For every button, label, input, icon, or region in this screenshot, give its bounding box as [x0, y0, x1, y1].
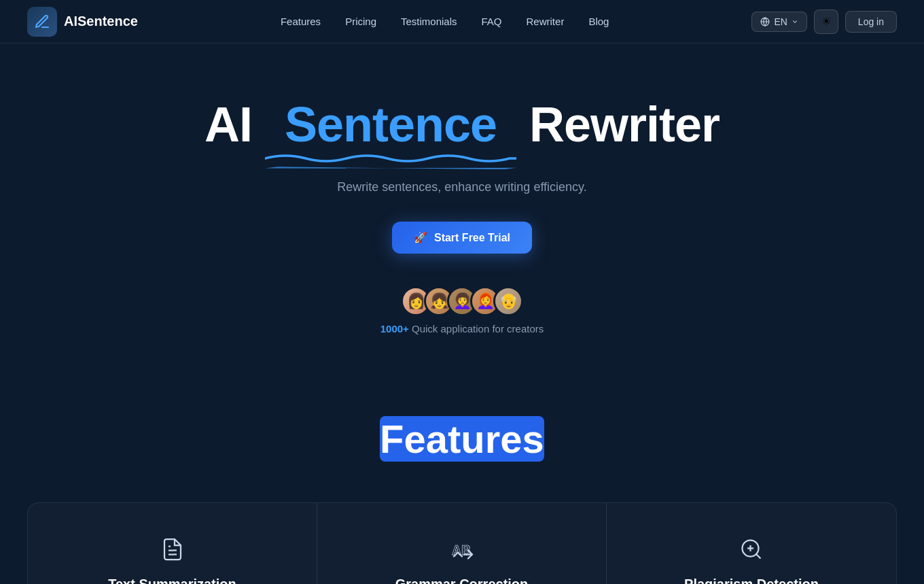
hero-title: AI Sentence Rewriter — [14, 98, 910, 164]
nav-right: EN ☀ Log in — [751, 10, 897, 34]
hero-title-part2: Rewriter — [516, 97, 719, 152]
chevron-down-icon — [792, 18, 798, 25]
cta-button[interactable]: 🚀 Start Free Trial — [392, 222, 532, 254]
features-heading-wrap: Features — [380, 416, 544, 462]
cta-label: Start Free Trial — [434, 232, 510, 244]
features-heading: Features — [380, 416, 544, 462]
title-underline-wave — [265, 153, 516, 164]
globe-icon — [760, 17, 770, 27]
nav-features[interactable]: Features — [281, 16, 321, 27]
hero-section: AI Sentence Rewriter Rewrite sentences, … — [0, 44, 924, 375]
logo-icon — [27, 7, 57, 37]
hero-subtitle: Rewrite sentences, enhance writing effic… — [14, 180, 910, 194]
text-summarization-icon — [50, 536, 295, 563]
nav-links: Features Pricing Testimonials FAQ Rewrit… — [281, 16, 609, 28]
feature-title-summarization: Text Summarization — [50, 577, 295, 584]
hero-title-part1: AI — [205, 97, 265, 152]
lang-label: EN — [774, 16, 787, 27]
feature-title-plagiarism: Plagiarism Detection — [628, 577, 874, 584]
avatar-group: 👩 👧 👩‍🦱 👩‍🦰 👴 — [401, 286, 523, 316]
feature-card-text-summarization: Text Summarization Automatically condens… — [28, 503, 317, 584]
social-count: 1000+ — [380, 323, 409, 334]
nav-pricing[interactable]: Pricing — [345, 16, 376, 27]
feature-card-plagiarism-detection: Plagiarism Detection Scans text against … — [607, 503, 896, 584]
feature-title-grammar: Grammar Correction — [339, 577, 584, 584]
nav-blog[interactable]: Blog — [588, 16, 609, 27]
svg-line-7 — [756, 554, 761, 559]
cta-icon: 🚀 — [414, 231, 427, 244]
theme-icon: ☀ — [821, 15, 831, 28]
nav-rewriter[interactable]: Rewriter — [527, 16, 565, 27]
logo-link[interactable]: AISentence — [27, 7, 138, 37]
nav-testimonials[interactable]: Testimonials — [401, 16, 457, 27]
navbar: AISentence Features Pricing Testimonials… — [0, 0, 924, 44]
feature-card-grammar-correction: AB Grammar Correction Identifies and cor… — [317, 503, 607, 584]
features-section: Features Text Summarization Automaticall… — [0, 375, 924, 584]
social-proof: 👩 👧 👩‍🦱 👩‍🦰 👴 1000+ Quick application fo… — [14, 286, 910, 334]
social-proof-text: 1000+ Quick application for creators — [380, 323, 544, 334]
brand-name: AISentence — [64, 14, 138, 29]
theme-toggle[interactable]: ☀ — [814, 10, 838, 34]
nav-faq[interactable]: FAQ — [482, 16, 502, 27]
plagiarism-detection-icon — [628, 536, 874, 563]
grammar-correction-icon: AB — [339, 536, 584, 563]
features-grid: Text Summarization Automatically condens… — [27, 502, 897, 584]
hero-title-sentence: Sentence — [265, 98, 516, 164]
avatar: 👴 — [493, 286, 523, 316]
language-selector[interactable]: EN — [751, 12, 806, 32]
login-button[interactable]: Log in — [845, 11, 897, 33]
